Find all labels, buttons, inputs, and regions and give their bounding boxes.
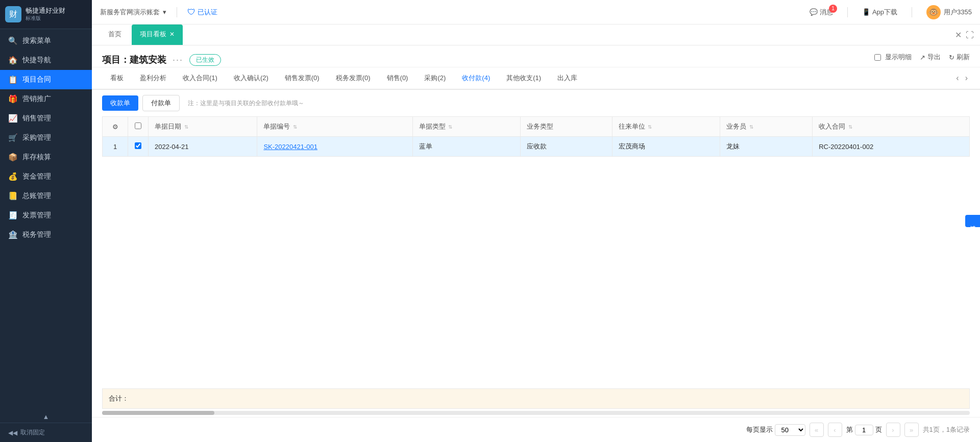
subtab-收入合同(1)[interactable]: 收入合同(1) [175,67,226,90]
subtab-看板[interactable]: 看板 [102,67,132,90]
refresh-label: 刷新 [957,53,970,62]
page-total: 共1页，1条记录 [923,425,970,434]
sidebar-item-purchase[interactable]: 🛒 采购管理 [0,128,92,148]
total-label: 合计： [109,395,129,402]
page-size-dropdown[interactable]: 50 100 200 [775,424,805,436]
cell-num: 1 [103,137,128,157]
table-scrollbar[interactable] [102,411,970,415]
project-more-icon[interactable]: ··· [173,55,183,65]
refresh-btn[interactable]: ↻ 刷新 [949,53,970,62]
sidebar-scroll-up[interactable]: ▲ [0,411,92,423]
sidebar-item-quick[interactable]: 🏠 快捷导航 [0,51,92,70]
sort-contract-icon[interactable]: ⇅ [848,124,852,130]
tax-icon: 🏦 [8,230,17,239]
check-all[interactable] [135,122,141,129]
settings-icon[interactable]: ⚙ [112,123,118,131]
cell-check[interactable] [128,137,149,157]
contract-icon: 📋 [8,75,17,84]
toolbar: 收款单 付款单 注：这里是与项目关联的全部收付款单哦～ [92,90,980,116]
subtab-其他收支(1)[interactable]: 其他收支(1) [498,67,549,90]
sort-partner-icon[interactable]: ⇅ [648,124,652,130]
sidebar-item-marketing[interactable]: 🎁 营销推广 [0,89,92,109]
sidebar-unpin[interactable]: ◀◀ 取消固定 [0,423,92,442]
app-download-label: App下载 [872,8,897,17]
subtab-收入确认(2)[interactable]: 收入确认(2) [226,67,277,90]
page-prev-btn[interactable]: ‹ [828,423,842,437]
page-input[interactable] [855,425,873,435]
subtabs-next-icon[interactable]: › [963,73,970,83]
page-first-btn[interactable]: « [810,423,824,437]
page-next-btn[interactable]: › [886,423,900,437]
invoice-icon: 🧾 [8,211,17,220]
shield-icon: 🛡 [187,8,195,17]
cell-code[interactable]: SK-20220421-001 [257,137,412,157]
message-icon: 💬 [810,8,818,16]
table-wrap: ⚙ 单据日期 ⇅ 单据编号 ⇅ [92,116,980,388]
table-total: 合计： [102,388,970,409]
tab-project-kanban[interactable]: 项目看板 ✕ [132,24,183,45]
app-download-btn[interactable]: 📱 App下载 [862,8,897,17]
sidebar-nav: 🔍 搜索菜单 🏠 快捷导航 📋 项目合同 🎁 营销推广 📈 销售管理 🛒 采购管… [0,29,92,411]
workspace-label: 新服务官网演示账套 [100,8,160,17]
certified-badge: 🛡 已认证 [187,8,217,17]
page-last-btn[interactable]: » [904,423,919,437]
page-current: 第 页 [846,425,882,435]
workspace-dropdown-icon: ▾ [163,8,166,16]
close-window-icon[interactable]: ✕ [955,30,962,40]
sort-code-icon[interactable]: ⇅ [293,124,297,130]
topbar-right: 💬 消息 1 📱 App下载 🐵 用户3355 [810,5,972,19]
page-size-select: 每页显示 50 100 200 [746,424,805,436]
cell-biz-type: 应收款 [521,137,612,157]
show-detail-toggle[interactable]: 显示明细 [874,53,912,62]
project-title: 项目：建筑安装 [102,54,166,66]
subtab-税务发票(0)[interactable]: 税务发票(0) [328,67,379,90]
th-biz-type: 业务类型 [521,117,612,137]
table-scroll-thumb[interactable] [102,411,214,415]
cell-date: 2022-04-21 [149,137,257,157]
sidebar-item-tax[interactable]: 🏦 税务管理 [0,225,92,244]
pagination: 每页显示 50 100 200 « ‹ 第 页 › » 共1页，1条记录 [92,417,980,442]
payment-btn[interactable]: 付款单 [142,95,180,111]
table-row[interactable]: 1 2022-04-21 SK-20220421-001 蓝单 应收款 宏茂商场… [103,137,970,157]
th-contract: 收入合同 ⇅ [813,117,970,137]
subtab-盈利分析[interactable]: 盈利分析 [132,67,175,90]
sort-date-icon[interactable]: ⇅ [184,124,188,130]
sidebar-item-label-purchase: 采购管理 [22,133,51,142]
sidebar-item-label-invoice: 发票管理 [22,211,51,220]
th-code: 单据编号 ⇅ [257,117,412,137]
workspace-selector[interactable]: 新服务官网演示账套 ▾ [100,8,166,17]
sidebar: 财 畅捷通好业财 标准版 🔍 搜索菜单 🏠 快捷导航 📋 项目合同 🎁 营销推广… [0,0,92,442]
message-btn[interactable]: 💬 消息 1 [810,8,833,17]
subtab-销售发票(0)[interactable]: 销售发票(0) [277,67,328,90]
subtab-出入库[interactable]: 出入库 [549,67,585,90]
sidebar-item-ledger[interactable]: 📒 总账管理 [0,186,92,206]
show-detail-checkbox[interactable] [874,54,881,61]
feedback-btn[interactable]: 反馈 [965,215,980,227]
subtab-销售(0)[interactable]: 销售(0) [379,67,416,90]
toolbar-note: 注：这里是与项目关联的全部收付款单哦～ [188,99,304,108]
sidebar-item-invoice[interactable]: 🧾 发票管理 [0,206,92,225]
receipt-btn[interactable]: 收款单 [102,95,138,111]
sidebar-item-finance[interactable]: 💰 资金管理 [0,167,92,186]
project-status-badge: 已生效 [189,54,221,66]
tab-home[interactable]: 首页 [100,24,130,45]
search-icon: 🔍 [8,36,17,45]
code-link[interactable]: SK-20220421-001 [263,143,317,151]
tab-close-icon[interactable]: ✕ [169,31,175,38]
th-partner: 往来单位 ⇅ [612,117,720,137]
sidebar-item-search[interactable]: 🔍 搜索菜单 [0,31,92,51]
purchase-icon: 🛒 [8,133,17,142]
sidebar-item-sales[interactable]: 📈 销售管理 [0,109,92,128]
subtab-收付款(4)[interactable]: 收付款(4) [454,67,498,90]
sort-salesman-icon[interactable]: ⇅ [749,124,753,130]
sidebar-item-contract[interactable]: 📋 项目合同 [0,70,92,89]
subtabs-prev-icon[interactable]: ‹ [954,73,961,83]
sidebar-item-inventory[interactable]: 📦 库存核算 [0,148,92,167]
subtab-采购(2)[interactable]: 采购(2) [416,67,454,90]
sort-type-icon[interactable]: ⇅ [448,124,452,130]
sidebar-item-label-finance: 资金管理 [22,172,51,181]
export-btn[interactable]: ↗ 导出 [920,53,941,62]
app-logo: 财 [5,6,21,22]
fullscreen-icon[interactable]: ⛶ [966,30,974,39]
user-menu[interactable]: 🐵 用户3355 [926,5,972,19]
